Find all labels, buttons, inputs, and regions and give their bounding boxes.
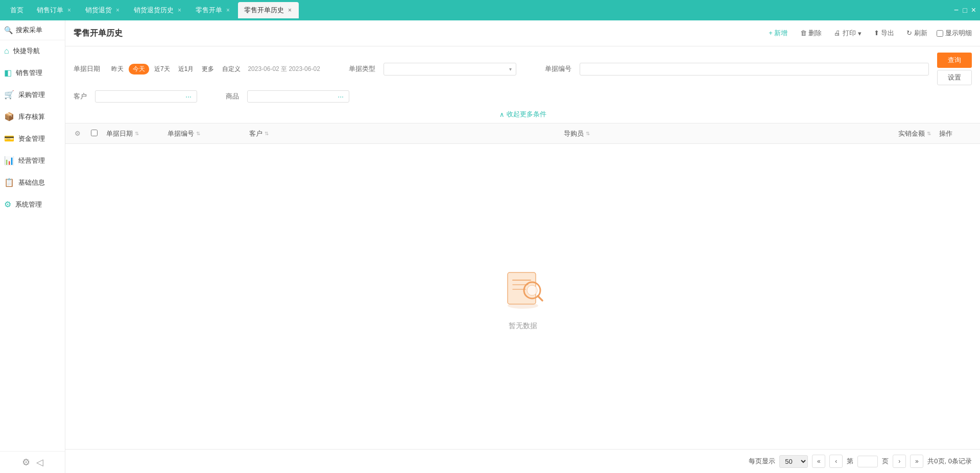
print-arrow: ▾ bbox=[858, 30, 862, 37]
first-page-button[interactable]: « bbox=[812, 455, 825, 468]
th-customer-label: 客户 bbox=[249, 129, 262, 138]
sidebar: 🔍 搜索采单 ⌂ 快捷导航 ◧ 销售管理 🛒 采购管理 📦 库存核算 💳 资金管… bbox=[0, 20, 65, 473]
th-guide-sort: ⇅ bbox=[586, 131, 590, 136]
sidebar-item-finance-label: 资金管理 bbox=[18, 134, 45, 143]
show-detail-checkbox[interactable]: 显示明细 bbox=[937, 29, 972, 38]
sidebar-item-quick-nav-label: 快捷导航 bbox=[13, 46, 40, 56]
tab-sales-return-close[interactable]: × bbox=[115, 6, 121, 15]
tab-sales-return[interactable]: 销货退货 × bbox=[79, 2, 127, 18]
empty-illustration bbox=[497, 262, 548, 313]
window-controls: − □ × bbox=[954, 6, 976, 15]
th-num[interactable]: 单据编号 ⇅ bbox=[163, 129, 245, 138]
th-customer[interactable]: 客户 ⇅ bbox=[245, 129, 560, 138]
tab-sales-order[interactable]: 销售订单 × bbox=[31, 2, 78, 18]
goods-label: 商品 bbox=[226, 92, 239, 101]
sidebar-item-purchase-mgmt[interactable]: 🛒 采购管理 bbox=[0, 84, 65, 106]
sidebar-item-operation[interactable]: 📊 经营管理 bbox=[0, 150, 65, 171]
page-number-input[interactable]: 1 bbox=[857, 456, 878, 467]
table-settings-icon[interactable]: ⚙ bbox=[69, 130, 86, 137]
page-header: 零售开单历史 + 新增 🗑 删除 🖨 打印 ▾ ⬆ 导出 ↻ 刷新 显示明细 bbox=[65, 20, 980, 46]
date-1month-btn[interactable]: 近1月 bbox=[175, 64, 197, 74]
th-amount[interactable]: 实销金额 ⇅ bbox=[621, 129, 936, 138]
refresh-button[interactable]: ↻ 刷新 bbox=[903, 27, 930, 40]
query-set-btns: 查询 设置 bbox=[937, 53, 972, 85]
select-all-checkbox[interactable] bbox=[91, 130, 98, 136]
sidebar-item-operation-label: 经营管理 bbox=[18, 156, 45, 165]
svg-line-8 bbox=[538, 296, 542, 301]
tab-home[interactable]: 首页 bbox=[4, 2, 30, 18]
th-date-label: 单据日期 bbox=[106, 129, 133, 138]
delete-button[interactable]: 🗑 删除 bbox=[797, 27, 825, 40]
tab-sales-return-history[interactable]: 销货退货历史 × bbox=[128, 2, 188, 18]
doc-num-input[interactable] bbox=[580, 63, 929, 76]
prev-page-button[interactable]: ‹ bbox=[829, 455, 843, 468]
tab-sales-order-close[interactable]: × bbox=[66, 6, 72, 15]
doc-type-arrow: ▾ bbox=[509, 66, 512, 72]
last-page-button[interactable]: » bbox=[910, 455, 923, 468]
sidebar-settings-icon[interactable]: ⚙ bbox=[22, 457, 30, 468]
filter-row-2: 客户 ··· 商品 ··· bbox=[74, 90, 972, 103]
collapse-button[interactable]: ∧ 收起更多条件 bbox=[495, 108, 551, 121]
th-date[interactable]: 单据日期 ⇅ bbox=[102, 129, 163, 138]
date-range-text: 2023-06-02 至 2023-06-02 bbox=[248, 65, 320, 73]
tab-retail-open-close[interactable]: × bbox=[225, 6, 231, 15]
total-info: 共0页, 0条记录 bbox=[927, 457, 972, 466]
date-7days-btn[interactable]: 近7天 bbox=[151, 64, 173, 74]
goods-value bbox=[251, 93, 336, 101]
sidebar-item-sys-mgmt-label: 系统管理 bbox=[15, 200, 42, 209]
tab-retail-open-history-label: 零售开单历史 bbox=[244, 6, 284, 15]
close-window-button[interactable]: × bbox=[971, 6, 976, 15]
th-guide[interactable]: 导购员 ⇅ bbox=[560, 129, 621, 138]
sidebar-item-sys-mgmt[interactable]: ⚙ 系统管理 bbox=[0, 193, 65, 215]
customer-value bbox=[99, 93, 183, 101]
goods-dots[interactable]: ··· bbox=[336, 92, 346, 101]
sidebar-item-finance[interactable]: 💳 资金管理 bbox=[0, 128, 65, 150]
sidebar-item-inventory[interactable]: 📦 库存核算 bbox=[0, 106, 65, 128]
page-label: 页 bbox=[882, 457, 889, 466]
query-button[interactable]: 查询 bbox=[937, 53, 972, 68]
customer-dots[interactable]: ··· bbox=[183, 92, 194, 101]
th-num-sort: ⇅ bbox=[196, 131, 200, 136]
finance-icon: 💳 bbox=[4, 134, 14, 143]
date-more-btn[interactable]: 更多 bbox=[199, 64, 217, 74]
date-today-btn[interactable]: 今天 bbox=[129, 64, 149, 74]
next-page-button[interactable]: › bbox=[893, 455, 906, 468]
th-amount-sort: ⇅ bbox=[927, 131, 931, 136]
customer-select[interactable]: ··· bbox=[95, 90, 197, 103]
sidebar-search-label: 搜索采单 bbox=[16, 26, 42, 35]
set-button[interactable]: 设置 bbox=[937, 70, 972, 85]
header-actions: + 新增 🗑 删除 🖨 打印 ▾ ⬆ 导出 ↻ 刷新 显示明细 bbox=[766, 27, 972, 40]
tab-retail-open-history-close[interactable]: × bbox=[287, 6, 293, 15]
tab-home-label: 首页 bbox=[10, 6, 23, 15]
sidebar-collapse-icon[interactable]: ◁ bbox=[36, 457, 43, 468]
per-page-label: 每页显示 bbox=[749, 457, 775, 466]
date-custom-btn[interactable]: 自定义 bbox=[219, 64, 244, 74]
goods-select[interactable]: ··· bbox=[247, 90, 349, 103]
show-detail-input[interactable] bbox=[937, 30, 943, 37]
filter-dates: 昨天 今天 近7天 近1月 更多 自定义 2023-06-02 至 2023-0… bbox=[108, 64, 320, 74]
collapse-icon: ∧ bbox=[499, 111, 505, 118]
sidebar-item-sales-mgmt[interactable]: ◧ 销售管理 bbox=[0, 62, 65, 84]
sidebar-search[interactable]: 🔍 搜索采单 bbox=[0, 20, 65, 40]
page-title: 零售开单历史 bbox=[74, 28, 123, 39]
tab-retail-open[interactable]: 零售开单 × bbox=[189, 2, 237, 18]
export-button[interactable]: ⬆ 导出 bbox=[871, 27, 898, 40]
sidebar-item-basic-info[interactable]: 📋 基础信息 bbox=[0, 171, 65, 193]
sidebar-item-purchase-mgmt-label: 采购管理 bbox=[18, 90, 45, 99]
add-button[interactable]: + 新增 bbox=[766, 27, 791, 40]
sidebar-item-quick-nav[interactable]: ⌂ 快捷导航 bbox=[0, 40, 65, 62]
filter-row-1: 单据日期 昨天 今天 近7天 近1月 更多 自定义 2023-06-02 至 2… bbox=[74, 53, 972, 85]
tab-retail-open-history[interactable]: 零售开单历史 × bbox=[238, 2, 299, 18]
date-yesterday-btn[interactable]: 昨天 bbox=[108, 64, 127, 74]
tab-sales-return-history-close[interactable]: × bbox=[177, 6, 182, 15]
maximize-button[interactable]: □ bbox=[963, 6, 967, 14]
date-filter-label: 单据日期 bbox=[74, 64, 100, 73]
th-amount-label: 实销金额 bbox=[898, 129, 925, 138]
th-num-label: 单据编号 bbox=[168, 129, 194, 138]
doc-type-select[interactable]: ▾ bbox=[384, 63, 516, 76]
table-select-all[interactable] bbox=[86, 130, 102, 138]
per-page-select[interactable]: 50 10 20 100 bbox=[779, 455, 808, 468]
doc-num-label: 单据编号 bbox=[545, 64, 571, 73]
print-button[interactable]: 🖨 打印 ▾ bbox=[831, 27, 865, 40]
minimize-button[interactable]: − bbox=[954, 6, 959, 15]
